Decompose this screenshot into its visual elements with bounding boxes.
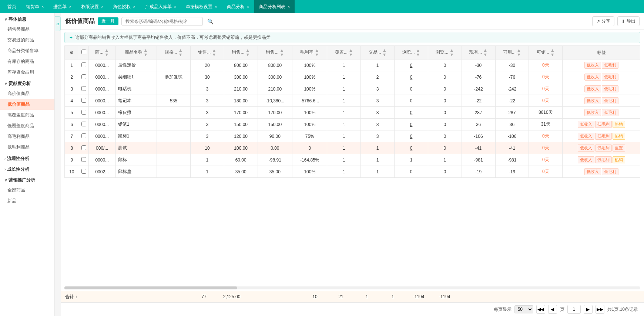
close-icon[interactable]: × xyxy=(288,4,290,9)
sidebar-item-low-coverage[interactable]: 低覆盖度商品 xyxy=(0,120,54,131)
sidebar-item-high-coverage[interactable]: 高覆盖度商品 xyxy=(0,110,54,120)
nav-product-entry[interactable]: 产成品入库单 × xyxy=(141,0,181,13)
row-checkbox[interactable] xyxy=(81,98,86,103)
close-icon[interactable]: × xyxy=(174,4,176,9)
row-checkbox-cell[interactable] xyxy=(79,166,88,178)
sidebar-group-overall[interactable]: ∨ 整体信息 xyxy=(0,13,54,24)
row-checkbox-cell[interactable] xyxy=(79,60,88,71)
scrollbar-thumb[interactable] xyxy=(64,286,237,289)
close-icon[interactable]: × xyxy=(41,4,44,9)
sidebar-item-in-stock-products[interactable]: 有库存的商品 xyxy=(0,56,54,67)
row-browse1[interactable]: 0 xyxy=(395,83,428,95)
nav-template[interactable]: 单据模板设置 × xyxy=(181,0,221,13)
row-name[interactable]: 吴细细1 xyxy=(115,71,157,83)
close-icon[interactable]: × xyxy=(215,4,217,9)
row-browse1[interactable]: 0 xyxy=(395,71,428,83)
row-name[interactable]: 橡皮擦 xyxy=(115,107,157,119)
filter-tag-month[interactable]: 近一月 xyxy=(98,17,118,25)
row-checkbox[interactable] xyxy=(81,74,86,79)
sidebar-item-low-value[interactable]: 低价值商品 xyxy=(0,99,54,110)
close-icon[interactable]: × xyxy=(69,4,71,9)
sidebar-group-contribution[interactable]: ∨ 贡献度分析 xyxy=(0,78,54,88)
row-browse1[interactable]: 1 xyxy=(395,154,428,166)
sidebar-item-all-products[interactable]: 全部商品 xyxy=(0,185,54,196)
browse-link[interactable]: 0 xyxy=(410,169,413,174)
row-browse1[interactable]: 0 xyxy=(395,166,428,178)
sidebar-item-high-margin[interactable]: 高毛利商品 xyxy=(0,131,54,142)
sidebar-group-marketing[interactable]: ∨ 营销推广分析 xyxy=(0,174,54,185)
th-checkbox[interactable] xyxy=(79,46,88,60)
sidebar-item-new-products[interactable]: 新品 xyxy=(0,196,54,206)
sidebar-group-growth[interactable]: › 成长性分析 xyxy=(0,163,54,174)
browse-link[interactable]: 0 xyxy=(410,75,413,80)
sidebar-group-liquidity[interactable]: › 流通性分析 xyxy=(0,153,54,163)
sidebar-item-stock-capital[interactable]: 库存资金占用 xyxy=(0,67,54,78)
row-checkbox-cell[interactable] xyxy=(79,142,88,154)
row-checkbox-cell[interactable] xyxy=(79,71,88,83)
nav-home[interactable]: 首页 xyxy=(3,0,21,13)
browse-link[interactable]: 0 xyxy=(410,146,413,151)
share-button[interactable]: ↗ 分享 xyxy=(592,16,614,26)
nav-sales-order[interactable]: 销货单 × xyxy=(21,0,48,13)
nav-product-analysis[interactable]: 商品分析 × xyxy=(222,0,254,13)
sidebar-item-traded-products[interactable]: 交易过的商品 xyxy=(0,35,54,45)
row-name[interactable]: 鼠标 xyxy=(115,154,157,166)
row-browse1[interactable]: 0 xyxy=(395,130,428,142)
row-name[interactable]: 鼠标1 xyxy=(115,130,157,142)
browse-link[interactable]: 1 xyxy=(410,157,413,163)
row-checkbox[interactable] xyxy=(81,169,86,174)
sidebar-item-category-sales-rate[interactable]: 商品分类销售率 xyxy=(0,45,54,56)
browse-link[interactable]: 0 xyxy=(410,134,413,139)
row-checkbox-cell[interactable] xyxy=(79,130,88,142)
row-browse1[interactable]: 0 xyxy=(395,119,428,130)
browse-link[interactable]: 0 xyxy=(410,63,413,68)
horizontal-scrollbar[interactable] xyxy=(64,286,640,289)
row-name[interactable]: 铅笔1 xyxy=(115,119,157,130)
row-name[interactable]: 笔记本 xyxy=(115,95,157,107)
nav-roles[interactable]: 角色授权 × xyxy=(108,0,140,13)
row-checkbox[interactable] xyxy=(81,110,86,115)
row-checkbox-cell[interactable] xyxy=(79,107,88,119)
row-browse1[interactable]: 0 xyxy=(395,95,428,107)
row-checkbox-cell[interactable] xyxy=(79,119,88,130)
row-checkbox[interactable] xyxy=(81,145,86,150)
sidebar-item-low-margin[interactable]: 低毛利商品 xyxy=(0,142,54,153)
close-icon[interactable]: × xyxy=(247,4,249,9)
th-settings[interactable]: ⚙ xyxy=(65,46,79,60)
nav-product-analysis-list[interactable]: 商品分析列表 × xyxy=(254,0,294,13)
select-all-checkbox[interactable] xyxy=(81,50,86,54)
row-checkbox[interactable] xyxy=(81,157,86,162)
row-browse1[interactable]: 0 xyxy=(395,107,428,119)
close-icon[interactable]: × xyxy=(133,4,135,9)
row-checkbox[interactable] xyxy=(81,86,86,91)
sidebar-item-sales-products[interactable]: 销售类商品 xyxy=(0,24,54,35)
next-page-button[interactable]: ▶ xyxy=(584,305,593,314)
nav-purchase-order[interactable]: 进货单 × xyxy=(49,0,76,13)
sidebar-collapse-button[interactable]: « xyxy=(55,16,61,31)
search-icon[interactable]: 🔍 xyxy=(207,18,214,24)
last-page-button[interactable]: ▶▶ xyxy=(596,305,604,314)
browse-link[interactable]: 0 xyxy=(410,98,413,103)
export-button[interactable]: ⬇ 导出 xyxy=(617,16,640,26)
first-page-button[interactable]: ◀◀ xyxy=(536,305,545,314)
search-input[interactable] xyxy=(121,17,203,26)
page-size-select[interactable]: 50 100 200 xyxy=(514,305,533,313)
browse-link[interactable]: 0 xyxy=(410,122,413,127)
close-icon[interactable]: × xyxy=(101,4,103,9)
browse-link[interactable]: 0 xyxy=(410,110,413,115)
browse-link[interactable]: 0 xyxy=(410,86,413,92)
row-checkbox[interactable] xyxy=(81,62,86,67)
row-browse1[interactable]: 0 xyxy=(395,60,428,71)
row-name[interactable]: 鼠标垫 xyxy=(115,166,157,178)
row-browse1[interactable]: 0 xyxy=(395,142,428,154)
row-checkbox-cell[interactable] xyxy=(79,154,88,166)
row-checkbox[interactable] xyxy=(81,122,86,126)
sidebar-item-high-value[interactable]: 高价值商品 xyxy=(0,88,54,99)
page-number-input[interactable] xyxy=(567,305,581,314)
row-name[interactable]: 电话机 xyxy=(115,83,157,95)
row-name[interactable]: 测试 xyxy=(115,142,157,154)
prev-page-button[interactable]: ◀ xyxy=(548,305,557,314)
nav-permissions[interactable]: 权限设置 × xyxy=(77,0,108,13)
row-checkbox[interactable] xyxy=(81,133,86,138)
row-checkbox-cell[interactable] xyxy=(79,95,88,107)
